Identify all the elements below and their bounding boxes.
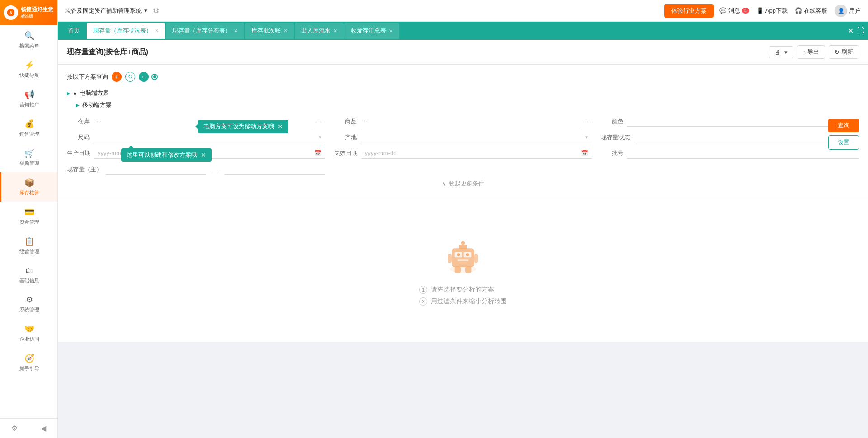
svg-rect-14 xyxy=(465,266,471,273)
guide-icon: 🧭 xyxy=(24,353,34,363)
collapse-label: 收起更多条件 xyxy=(449,179,484,188)
tab-item-4[interactable]: 出入库流水✕ xyxy=(295,23,344,39)
filter-area: 按以下方案查询 + ↻ ← 电脑方案可设为移动方案哦 ✕ ▶ ● xyxy=(58,65,868,197)
scheme-tree-item-desktop[interactable]: ▶ ● 电脑端方案 xyxy=(67,87,859,99)
sidebar-item-finance[interactable]: 💳资金管理 xyxy=(0,202,57,231)
tab-label-0: 首页 xyxy=(68,27,80,35)
origin-dropdown-arrow: ▾ xyxy=(585,134,588,140)
set-btn[interactable]: 设置 xyxy=(828,135,859,150)
origin-select[interactable]: ▾ xyxy=(360,132,592,142)
sidebar-item-system[interactable]: ⚙系统管理 xyxy=(0,289,57,319)
sidebar-item-basic[interactable]: 🗂基础信息 xyxy=(0,260,57,289)
tab-close-3[interactable]: ✕ xyxy=(283,28,288,34)
search-btn[interactable]: 查询 xyxy=(828,119,859,132)
expire-date-input[interactable]: yyyy-mm-dd 📅 xyxy=(361,148,592,159)
warehouse-more-btn[interactable]: ⋯ xyxy=(316,117,325,126)
produce-date-label: 生产日期 xyxy=(67,149,90,157)
empty-tip-1: 1 请先选择要分析的方案 xyxy=(419,286,507,294)
logo-text-group: 畅捷通好生意 标准版 xyxy=(21,6,53,19)
filter-add-btn[interactable]: + xyxy=(112,72,122,82)
tab-item-5[interactable]: 收发存汇总表✕ xyxy=(344,23,399,39)
filter-back-btn[interactable]: ← xyxy=(139,72,149,82)
stock-qty-to-input[interactable] xyxy=(225,164,325,175)
goods-select[interactable]: ··· xyxy=(360,116,580,127)
sidebar-item-quick[interactable]: ⚡快捷导航 xyxy=(0,55,57,84)
svg-rect-12 xyxy=(474,254,478,263)
color-select[interactable]: ▾ xyxy=(627,117,859,127)
filter-field-goods: 商品 ··· ⋯ xyxy=(334,116,592,127)
logo-icon: 6 xyxy=(4,5,18,20)
filter-refresh-btn[interactable]: ↻ xyxy=(125,72,135,82)
sidebar-item-sales[interactable]: 💰销售管理 xyxy=(0,113,57,143)
svg-rect-3 xyxy=(452,248,474,267)
expire-date-label: 失效日期 xyxy=(334,149,358,157)
export-btn[interactable]: ↑ 导出 xyxy=(797,45,826,59)
svg-rect-11 xyxy=(448,254,452,263)
tabs-bar: 首页现存量（库存状况表）✕现存量（库存分布表）✕库存批次账✕出入库流水✕收发存汇… xyxy=(58,22,868,40)
sidebar-item-coop[interactable]: 🤝企业协同 xyxy=(0,319,57,348)
settings-bottom-btn[interactable]: ⚙ xyxy=(9,422,19,434)
goods-more-btn[interactable]: ⋯ xyxy=(583,117,592,126)
tab-close-4[interactable]: ✕ xyxy=(333,28,337,34)
filter-field-stock-qty: 现存量（主） — xyxy=(67,164,325,175)
tooltip-scheme-text: 电脑方案可设为移动方案哦 xyxy=(203,122,274,131)
sidebar-item-purchase[interactable]: 🛒采购管理 xyxy=(0,143,57,172)
refresh-label: 刷新 xyxy=(841,48,853,56)
sidebar-item-search[interactable]: 🔍搜索菜单 xyxy=(0,25,57,55)
filter-row-header: 按以下方案查询 + ↻ ← xyxy=(67,72,859,82)
scheme-expand-arrow: ▶ xyxy=(67,91,71,96)
scheme-active-dot: ● xyxy=(73,90,77,97)
system-dropdown-arrow[interactable]: ▾ xyxy=(144,7,147,14)
sales-icon: 💰 xyxy=(24,119,34,129)
tab-item-3[interactable]: 库存批次账✕ xyxy=(245,23,294,39)
size-select[interactable]: ▾ xyxy=(93,132,325,142)
stock-qty-from-input[interactable] xyxy=(106,164,206,175)
tab-item-1[interactable]: 现存量（库存状况表）✕ xyxy=(87,23,165,39)
print-btn[interactable]: 🖨 ▾ xyxy=(769,46,793,58)
logo-badge: 标准版 xyxy=(21,14,53,19)
phone-icon: 📱 xyxy=(756,7,764,14)
sidebar-item-guide[interactable]: 🧭新手引导 xyxy=(0,348,57,377)
sidebar-item-inventory[interactable]: 📦库存核算 xyxy=(0,172,57,202)
tab-close-1[interactable]: ✕ xyxy=(155,28,159,34)
batch-input[interactable] xyxy=(627,148,859,159)
tab-close-2[interactable]: ✕ xyxy=(234,28,238,34)
tab-label-4: 出入库流水 xyxy=(301,27,330,35)
close-all-tabs-btn[interactable]: ✕ xyxy=(848,27,854,35)
topbar-gear-icon[interactable]: ⚙ xyxy=(153,6,159,15)
collapse-up-icon: ∧ xyxy=(442,180,446,187)
tab-item-0[interactable]: 首页 xyxy=(61,23,86,39)
online-support-item[interactable]: 🎧 在线客服 xyxy=(795,7,827,15)
expire-date-calendar-icon[interactable]: 📅 xyxy=(581,150,588,156)
tab-close-5[interactable]: ✕ xyxy=(389,28,393,34)
marketing-icon: 📢 xyxy=(24,89,34,99)
stock-qty-range-dash: — xyxy=(212,166,218,173)
system-icon: ⚙ xyxy=(26,295,33,305)
trial-btn[interactable]: 体验行业方案 xyxy=(664,4,714,18)
refresh-btn[interactable]: ↻ 刷新 xyxy=(829,45,859,59)
goods-label: 商品 xyxy=(334,118,357,126)
tab-item-2[interactable]: 现存量（库存分布表）✕ xyxy=(166,23,244,39)
maximize-btn[interactable]: ⛶ xyxy=(857,27,864,35)
scheme-tree-item-mobile[interactable]: ▶ 移动端方案 xyxy=(67,99,859,111)
stock-status-select[interactable]: ▾ xyxy=(634,132,859,142)
filter-label: 按以下方案查询 xyxy=(67,73,108,81)
collapse-row[interactable]: ∧ 收起更多条件 xyxy=(67,175,859,189)
tooltip-edit-close-btn[interactable]: ✕ xyxy=(201,151,206,159)
expire-date-placeholder: yyyy-mm-dd xyxy=(365,150,397,156)
app-download-item[interactable]: 📱 App下载 xyxy=(756,7,788,15)
sidebar-item-label-inventory: 库存核算 xyxy=(19,189,39,196)
sidebar-item-operation[interactable]: 📋经营管理 xyxy=(0,231,57,260)
tooltip-scheme-close-btn[interactable]: ✕ xyxy=(278,123,283,130)
sidebar-item-label-basic: 基础信息 xyxy=(19,277,39,284)
tip-num-2: 2 xyxy=(419,297,427,306)
sidebar-item-marketing[interactable]: 📢营销推广 xyxy=(0,84,57,113)
size-label: 尺码 xyxy=(67,133,90,141)
sidebar-item-label-operation: 经营管理 xyxy=(19,248,39,255)
produce-date-calendar-icon[interactable]: 📅 xyxy=(314,150,321,156)
filter-field-expire-date: 失效日期 yyyy-mm-dd 📅 xyxy=(334,148,592,159)
user-item[interactable]: 👤 用户 xyxy=(835,5,861,17)
tab-label-3: 库存批次账 xyxy=(251,27,281,35)
collapse-sidebar-btn[interactable]: ◀ xyxy=(39,422,48,434)
message-item[interactable]: 💬 消息 8 xyxy=(719,7,749,15)
